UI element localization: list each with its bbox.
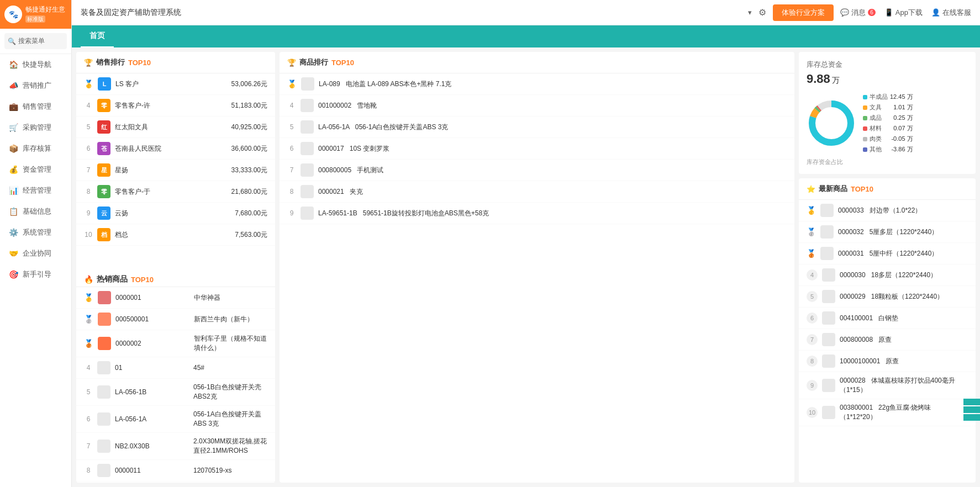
list-item: 6 苍 苍南县人民医院 36,600.00元 [76,138,275,160]
customer-amount: 21,680.00元 [231,187,267,197]
legend-value: 0.25 万 [893,114,913,122]
message-label: 消息 [851,8,866,18]
sidebar-nav-item-quicknav[interactable]: 🏠 快捷导航 [0,54,71,75]
legend-dot [863,116,867,120]
inventory-card: 库存总资金 9.88 万 [799,52,976,174]
sidebar-nav-label: 新手引导 [23,269,51,279]
cart-icon: 🛒 [8,123,18,133]
list-item: 4 01 45# [76,357,275,379]
sidebar-nav-label: 资金管理 [23,165,51,174]
product-image [822,406,835,419]
rank-number: 4 [84,364,93,372]
rank-number: 6 [84,415,93,423]
sidebar-nav-item-system[interactable]: ⚙️ 系统管理 [0,222,71,243]
message-button[interactable]: 💬 消息 6 [840,8,876,18]
list-item: 🥇 LA-089 电池盖 LA-089 ABS本色+黑种 7.1克 [280,73,794,95]
float-btn-live[interactable]: 直播 [963,414,980,421]
megaphone-icon: 📣 [8,81,18,91]
product-info: 0000029 18颗粒板（1220*2440） [840,292,968,301]
list-item: 🥈 0000032 5厘多层（1220*2440） [799,221,976,243]
topbar: 装备及固定资产辅助管理系统 ▾ ⚙ 体验行业方案 💬 消息 6 📱 App下载 … [72,0,980,25]
avatar: 零 [97,99,110,112]
product-name: 中华神器 [194,293,268,303]
list-item: 7 星 星扬 33,333.00元 [76,160,275,181]
legend-value: 0.07 万 [893,124,913,133]
rank-circle: 7 [807,334,818,345]
trial-button[interactable]: 体验行业方案 [773,4,834,21]
float-btn-service[interactable]: 客服热线 [963,399,980,405]
service-icon: 👤 [931,8,940,17]
sidebar-nav-label: 系统管理 [23,227,51,237]
sidebar-nav-item-inventory[interactable]: 📦 库存核算 [0,138,71,159]
legend-dot [863,105,867,110]
product-info: LA-089 电池盖 LA-089 ABS本色+黑种 7.1克 [319,80,787,89]
medal-icon: 🥉 [807,249,816,258]
list-item: 🥈 000500001 新西兰牛肉（新牛） [76,309,275,330]
app-download-button[interactable]: 📱 App下载 [884,8,923,18]
sidebar-nav-item-sales[interactable]: 💼 销售管理 [0,96,71,117]
list-item: 9 KK-SD22110H 花语萌恒温分娩睡袋（厚款） [76,481,275,483]
product-rank-subtitle: TOP10 [331,59,354,67]
sidebar-nav-item-purchase[interactable]: 🛒 采购管理 [0,117,71,138]
legend-label: 其他 [870,145,889,153]
sidebar-nav-item-marketing[interactable]: 📣 营销推广 [0,75,71,96]
list-item: 🥇 0000001 中华神器 [76,287,275,309]
sidebar-nav-item-operations[interactable]: 📊 经营管理 [0,180,71,201]
settings-gear-icon[interactable]: ⚙ [758,7,766,18]
fire-icon: 🔥 [84,275,93,284]
sidebar-nav-item-basic[interactable]: 📋 基础信息 [0,201,71,222]
float-btn-community[interactable]: 服务社区 [963,406,980,413]
product-info: LA-056-1A 056-1A白色按键开关盖ABS 3克 [318,123,787,132]
tab-home[interactable]: 首页 [81,25,114,47]
customer-name: 红太阳文具 [115,123,227,132]
rank-number: 6 [84,145,93,152]
product-rank-panel: 🏆 商品排行 TOP10 🥇 LA-089 电池盖 LA-089 ABS本色+黑… [280,52,794,483]
product-image [820,247,834,260]
customer-panel-title: 销售排行 [96,57,125,67]
rank-number: 7 [84,442,93,450]
rank-number: 5 [84,123,93,131]
product-image [98,337,111,350]
product-code: 000500001 [115,315,189,323]
hot-products-title: 热销商品 [97,274,128,284]
legend-dot [863,147,867,152]
product-name: 12070519-xs [193,467,267,474]
product-info: 10000100001 原查 [840,357,968,366]
rank-circle: 10 [807,407,818,418]
sidebar-nav-label: 企业协同 [23,248,51,258]
briefcase-icon: 💼 [8,102,18,112]
legend-label: 肉类 [870,135,889,143]
product-name: 45# [193,364,267,372]
sidebar-nav-item-finance[interactable]: 💰 资金管理 [0,159,71,180]
customer-name: 星扬 [115,166,227,175]
product-code: LA-056-1A [115,415,189,423]
product-image [301,142,314,155]
search-menu-button[interactable]: 🔍 搜索菜单 [4,33,67,49]
search-menu-label: 搜索菜单 [18,36,45,46]
list-item: 🥇 L LS 客户 53,006.26元 [76,73,275,95]
list-item: 7 NB2.0X30B 2.0X30MM双搓花轴,搓花直径2.1MM/ROHS [76,433,275,460]
message-icon: 💬 [840,8,849,17]
list-item: 5 0000029 18颗粒板（1220*2440） [799,286,976,308]
rank-number: 5 [84,388,93,396]
sidebar-nav-item-collab[interactable]: 🤝 企业协同 [0,243,71,264]
legend-label: 材料 [870,124,891,133]
online-service-button[interactable]: 👤 在线客服 [931,8,971,18]
system-title-text: 装备及固定资产辅助管理系统 [81,8,181,17]
list-item: 9 0000028 体城嘉枝味苏打饮品400毫升（1*15） [799,372,976,399]
medal-icon: 🥈 [807,227,816,236]
dropdown-arrow-icon[interactable]: ▾ [748,8,752,17]
new-products-title: 最新商品 [819,184,847,194]
legend-item: 成品 0.25 万 [863,114,913,122]
product-info: 0000032 5厘多层（1220*2440） [838,227,968,237]
logo-name: 畅捷通好生意 [25,6,65,14]
sidebar-nav-item-guide[interactable]: 🎯 新手引导 [0,264,71,285]
product-info: LA-59651-1B 59651-1B旋转投影灯电池盒ABS黑色+58克 [318,209,787,218]
product-info: 0000031 5厘中纤（1220*2440） [838,249,968,258]
legend-label: 成品 [870,114,891,122]
product-image [822,311,835,325]
message-badge: 6 [868,9,876,16]
rank-circle: 5 [807,291,818,302]
customer-amount: 53,006.26元 [231,80,267,89]
sidebar-nav-label: 销售管理 [23,102,51,112]
